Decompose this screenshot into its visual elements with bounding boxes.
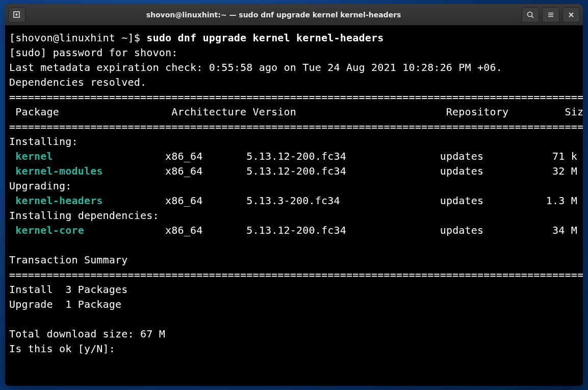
menu-button[interactable] [542, 7, 559, 22]
svg-line-4 [532, 16, 534, 18]
new-tab-button[interactable] [8, 7, 25, 22]
terminal-output[interactable]: [shovon@linuxhint ~]$ sudo dnf upgrade k… [5, 26, 583, 386]
window-title: shovon@linuxhint:~ — sudo dnf upgrade ke… [25, 11, 522, 19]
terminal-window: shovon@linuxhint:~ — sudo dnf upgrade ke… [5, 4, 583, 386]
close-button[interactable] [563, 7, 580, 22]
svg-point-3 [528, 12, 532, 16]
titlebar: shovon@linuxhint:~ — sudo dnf upgrade ke… [5, 4, 583, 26]
search-button[interactable] [522, 7, 539, 22]
